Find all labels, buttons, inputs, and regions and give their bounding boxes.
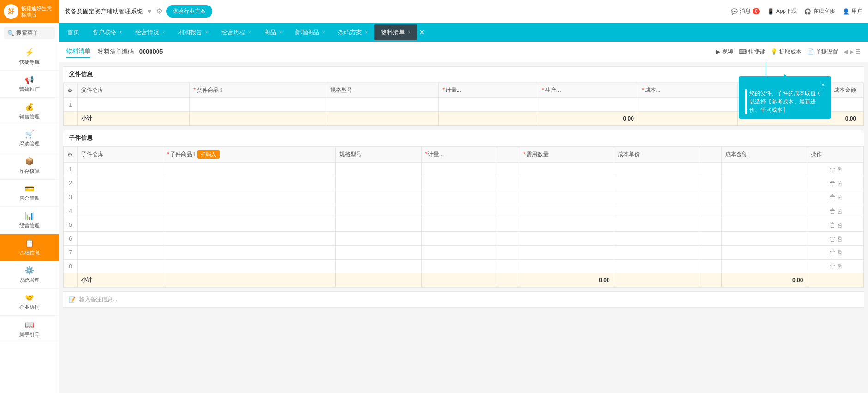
tab-barcode-close[interactable]: × [365,29,368,36]
tab-operations-close[interactable]: × [162,29,165,36]
child-unit-3[interactable] [421,190,497,204]
child-unit-5[interactable] [421,218,497,232]
child-unit-cost-3[interactable] [614,190,699,204]
child-amount-1[interactable] [722,163,807,176]
child-unit-cost-5[interactable] [614,218,699,232]
delete-icon-8[interactable]: 🗑 [829,263,836,270]
search-menu-button[interactable]: 🔍 搜索菜单 [4,27,55,39]
experience-button[interactable]: 体验行业方案 [166,5,212,18]
sidebar-item-operations[interactable]: 📊 经营管理 [0,207,59,234]
delete-icon-2[interactable]: 🗑 [829,180,836,187]
child-spec-8[interactable] [336,260,421,273]
child-goods-2[interactable] [163,176,336,190]
prev-button[interactable]: ◀ [844,48,848,55]
child-goods-5[interactable] [163,218,336,232]
child-spec-3[interactable] [336,190,421,204]
sidebar-item-sales[interactable]: 💰 销售管理 [0,98,59,125]
tab-operations[interactable]: 经营情况 × [129,24,172,40]
child-unit-6[interactable] [421,232,497,246]
parent-cost-1[interactable] [638,98,737,112]
sidebar-item-marketing[interactable]: 📢 营销推广 [0,71,59,98]
note-placeholder[interactable]: 输入备注信息... [79,296,117,303]
sidebar-item-finance[interactable]: 💳 资金管理 [0,180,59,207]
copy-icon-5[interactable]: ⎘ [838,221,841,229]
child-col-setting[interactable]: ⚙ [64,147,78,163]
child-unit-2[interactable] [421,176,497,190]
delete-icon-1[interactable]: 🗑 [829,166,836,173]
tooltip-close-button[interactable]: × [821,81,825,89]
tab-profit[interactable]: 利润报告 × [172,24,215,40]
tab-new-goods-close[interactable]: × [322,29,325,36]
child-goods-8[interactable] [163,260,336,273]
child-qty-3[interactable] [519,190,614,204]
copy-icon-2[interactable]: ⎘ [838,180,841,187]
child-goods-4[interactable] [163,204,336,218]
sidebar-item-guide[interactable]: 📖 新手引导 [0,316,59,343]
online-service-button[interactable]: 🎧 在线客服 [804,7,835,15]
tab-customer[interactable]: 客户联络 × [86,24,129,40]
copy-icon-3[interactable]: ⎘ [838,193,841,201]
delete-icon-4[interactable]: 🗑 [829,207,836,215]
parent-spec-1[interactable] [326,98,438,112]
sidebar-item-purchase[interactable]: 🛒 采购管理 [0,125,59,152]
parent-col-setting[interactable]: ⚙ [64,83,78,98]
child-warehouse-7[interactable] [78,246,163,260]
child-amount-2[interactable] [722,176,807,190]
sidebar-item-cooperation[interactable]: 🤝 企业协同 [0,289,59,316]
delete-icon-3[interactable]: 🗑 [829,193,836,201]
child-spec-4[interactable] [336,204,421,218]
sidebar-item-quick-nav[interactable]: ⚡ 快捷导航 [0,43,59,71]
child-warehouse-2[interactable] [78,176,163,190]
child-spec-6[interactable] [336,232,421,246]
child-unit-4[interactable] [421,204,497,218]
copy-icon-8[interactable]: ⎘ [838,263,841,270]
child-warehouse-8[interactable] [78,260,163,273]
child-qty-4[interactable] [519,204,614,218]
extract-cost-button[interactable]: 💡 提取成本 [771,48,802,56]
child-warehouse-3[interactable] [78,190,163,204]
child-amount-4[interactable] [722,204,807,218]
parent-warehouse-1[interactable] [78,98,190,112]
dropdown-icon[interactable]: ▼ [146,8,152,15]
tab-home[interactable]: 首页 [61,24,86,40]
delete-icon-6[interactable]: 🗑 [829,235,836,242]
scan-input-button[interactable]: 扫码入 [197,150,220,159]
child-amount-6[interactable] [722,232,807,246]
child-unit-8[interactable] [421,260,497,273]
tab-new-goods[interactable]: 新增商品 × [289,24,332,40]
child-qty-6[interactable] [519,232,614,246]
child-unit-cost-8[interactable] [614,260,699,273]
child-unit-cost-6[interactable] [614,232,699,246]
tab-customer-close[interactable]: × [119,29,122,36]
child-qty-1[interactable] [519,163,614,176]
tab-goods[interactable]: 商品 × [258,24,289,40]
message-button[interactable]: 💬 消息 6 [731,7,760,15]
child-unit-1[interactable] [421,163,497,176]
child-spec-5[interactable] [336,218,421,232]
sidebar-item-system[interactable]: ⚙️ 系统管理 [0,261,59,289]
child-unit-cost-1[interactable] [614,163,699,176]
sidebar-search[interactable]: 🔍 搜索菜单 [0,23,59,43]
child-unit-cost-7[interactable] [614,246,699,260]
child-amount-5[interactable] [722,218,807,232]
tab-history[interactable]: 经营历程 × [215,24,258,40]
child-unit-7[interactable] [421,246,497,260]
doc-settings-button[interactable]: 📄 单据设置 [807,48,838,56]
close-all-tabs[interactable]: ✕ [419,29,425,36]
parent-goods-1[interactable] [190,98,326,112]
tab-bom-close[interactable]: × [408,29,411,36]
delete-icon-7[interactable]: 🗑 [829,249,836,256]
child-spec-1[interactable] [336,163,421,176]
tab-history-close[interactable]: × [248,29,251,36]
tab-barcode[interactable]: 条码方案 × [332,24,374,40]
child-goods-3[interactable] [163,190,336,204]
child-goods-1[interactable] [163,163,336,176]
child-warehouse-5[interactable] [78,218,163,232]
parent-unit-1[interactable] [439,98,538,112]
shortcuts-button[interactable]: ⌨ 快捷键 [739,48,765,56]
child-goods-7[interactable] [163,246,336,260]
child-qty-8[interactable] [519,260,614,273]
user-menu-button[interactable]: 👤 用户 [843,7,862,15]
copy-icon-1[interactable]: ⎘ [838,166,841,173]
child-qty-5[interactable] [519,218,614,232]
